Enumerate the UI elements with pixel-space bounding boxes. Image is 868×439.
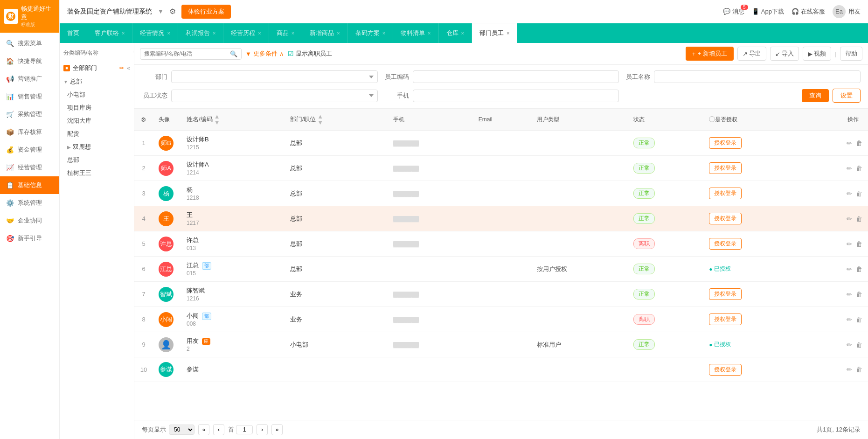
- delete-icon[interactable]: 🗑: [856, 190, 862, 197]
- search-button[interactable]: 查询: [802, 89, 829, 102]
- edit-icon[interactable]: ✏: [847, 341, 852, 348]
- settings-icon[interactable]: ⚙: [169, 7, 176, 16]
- phone-input[interactable]: [413, 90, 619, 102]
- tree-item-shenyang[interactable]: 沈阳大库: [60, 114, 134, 127]
- message-btn[interactable]: 💬 消息 5: [723, 7, 744, 16]
- delete-icon[interactable]: 🗑: [856, 291, 862, 298]
- more-filter-btn[interactable]: ▼ 更多条件 ∧: [245, 49, 284, 58]
- tab-bom[interactable]: 物料清单 ×: [393, 23, 438, 43]
- tree-item-xiaodian[interactable]: 小电部: [60, 88, 134, 101]
- edit-icon[interactable]: ✏: [847, 316, 852, 323]
- close-icon[interactable]: ×: [507, 30, 509, 36]
- sidebar-item-inventory[interactable]: 📦 库存核算: [0, 123, 59, 141]
- tab-warehouse[interactable]: 仓库 ×: [439, 23, 472, 43]
- edit-icon[interactable]: ✏: [847, 190, 852, 197]
- close-icon[interactable]: ×: [258, 30, 261, 36]
- tree-item-project[interactable]: 项目库房: [60, 101, 134, 114]
- auth-login-button[interactable]: 授权登录: [709, 213, 742, 224]
- close-icon[interactable]: ×: [167, 30, 170, 36]
- close-icon[interactable]: ×: [122, 30, 125, 36]
- first-page-btn[interactable]: «: [198, 424, 209, 435]
- auth-login-button[interactable]: 授权登录: [709, 238, 742, 250]
- delete-icon[interactable]: 🗑: [856, 366, 862, 373]
- dept-search-input[interactable]: [63, 49, 133, 56]
- col-dept[interactable]: 部门/职位 ▲▼: [285, 109, 388, 131]
- close-icon[interactable]: ×: [292, 30, 294, 36]
- auth-login-button[interactable]: 授权登录: [709, 162, 742, 174]
- sidebar-item-collab[interactable]: 🤝 企业协同: [0, 212, 59, 230]
- search-input[interactable]: [144, 50, 228, 57]
- tab-customer[interactable]: 客户联络 ×: [87, 23, 132, 43]
- tab-operations-status[interactable]: 经营情况 ×: [132, 23, 178, 43]
- emp-name-input[interactable]: [654, 70, 861, 83]
- sidebar-item-operations[interactable]: 📈 经营管理: [0, 159, 59, 176]
- tree-group-shuanglu[interactable]: ▶ 双鹿想: [60, 140, 134, 153]
- tab-barcode[interactable]: 条码方案 ×: [348, 23, 393, 43]
- import-button[interactable]: ↙ 导入: [770, 47, 799, 61]
- tab-dept-employee[interactable]: 部门员工 ×: [472, 23, 517, 43]
- next-page-btn[interactable]: ›: [257, 424, 268, 435]
- delete-icon[interactable]: 🗑: [856, 165, 862, 172]
- user-menu[interactable]: Ea 用友: [833, 5, 861, 18]
- tab-profit[interactable]: 利润报告 ×: [178, 23, 223, 43]
- tree-item-zongbu[interactable]: 总部: [60, 153, 134, 167]
- edit-icon[interactable]: ✏: [847, 366, 852, 373]
- table-settings-icon[interactable]: ⚙: [141, 116, 146, 123]
- auth-login-button[interactable]: 授权登录: [709, 364, 742, 376]
- prev-page-btn[interactable]: ‹: [213, 424, 224, 435]
- show-resigned-checkbox[interactable]: ☑ 显示离职员工: [288, 49, 332, 58]
- close-icon[interactable]: ×: [382, 30, 385, 36]
- dropdown-arrow-icon[interactable]: ▼: [158, 8, 164, 15]
- sidebar-item-marketing[interactable]: 📢 营销推广: [0, 70, 59, 88]
- tab-home[interactable]: 首页: [60, 23, 87, 43]
- edit-icon[interactable]: ✏: [847, 291, 852, 298]
- tab-biz-history[interactable]: 经营历程 ×: [223, 23, 269, 43]
- edit-icon[interactable]: ✏: [847, 240, 852, 248]
- tree-group-general[interactable]: ▼ 总部: [60, 75, 134, 88]
- tree-item-zhishu[interactable]: 植树王三: [60, 167, 134, 180]
- delete-icon[interactable]: 🗑: [856, 240, 862, 248]
- delete-icon[interactable]: 🗑: [856, 139, 862, 147]
- close-icon[interactable]: ×: [428, 30, 431, 36]
- page-input[interactable]: [236, 425, 253, 434]
- close-icon[interactable]: ×: [337, 30, 340, 36]
- help-button[interactable]: 帮助: [840, 47, 862, 61]
- dept-select[interactable]: [171, 70, 378, 83]
- status-select[interactable]: [171, 90, 378, 102]
- export-button[interactable]: ↗ 导出: [737, 47, 766, 61]
- delete-icon[interactable]: 🗑: [856, 341, 862, 348]
- online-service-btn[interactable]: 🎧 在线客服: [792, 7, 825, 16]
- auth-login-button[interactable]: 授权登录: [709, 137, 742, 149]
- sidebar-item-purchase[interactable]: 🛒 采购管理: [0, 105, 59, 123]
- sidebar-item-sales[interactable]: 📊 销售管理: [0, 88, 59, 105]
- collapse-panel-icon[interactable]: «: [127, 65, 130, 71]
- edit-icon[interactable]: ✏: [847, 139, 852, 147]
- tab-add-goods[interactable]: 新增商品 ×: [302, 23, 347, 43]
- app-download-btn[interactable]: 📱 App下载: [752, 7, 784, 16]
- sidebar-item-system[interactable]: ⚙️ 系统管理: [0, 194, 59, 212]
- sidebar-item-basic-info[interactable]: 📋 基础信息: [0, 176, 59, 194]
- tab-goods[interactable]: 商品 ×: [269, 23, 302, 43]
- add-employee-button[interactable]: + + 新增员工: [686, 47, 734, 61]
- edit-icon[interactable]: ✏: [847, 265, 852, 273]
- edit-icon[interactable]: ✏: [847, 165, 852, 172]
- search-btn-icon[interactable]: 🔍: [230, 50, 237, 57]
- last-page-btn[interactable]: »: [271, 424, 283, 435]
- trial-button[interactable]: 体验行业方案: [181, 5, 231, 19]
- video-button[interactable]: ▶ 视频: [803, 47, 831, 61]
- auth-login-button[interactable]: 授权登录: [709, 188, 742, 199]
- delete-icon[interactable]: 🗑: [856, 265, 862, 273]
- auth-login-button[interactable]: 授权登录: [709, 314, 742, 325]
- tree-item-distribution[interactable]: 配货: [60, 127, 134, 140]
- col-settings[interactable]: ⚙: [134, 109, 153, 131]
- close-icon[interactable]: ×: [461, 30, 464, 36]
- auth-login-button[interactable]: 授权登录: [709, 288, 742, 300]
- sidebar-item-finance[interactable]: 💰 资金管理: [0, 141, 59, 159]
- sidebar-item-quicknav[interactable]: 🏠 快捷导航: [0, 52, 59, 70]
- sidebar-item-guide[interactable]: 🎯 新手引导: [0, 230, 59, 247]
- emp-code-input[interactable]: [413, 70, 619, 83]
- per-page-select[interactable]: 50 20 100: [169, 425, 194, 435]
- col-name[interactable]: 姓名/编码 ▲▼: [181, 109, 285, 131]
- edit-dept-icon[interactable]: ✏: [119, 65, 124, 71]
- close-icon[interactable]: ×: [213, 30, 215, 36]
